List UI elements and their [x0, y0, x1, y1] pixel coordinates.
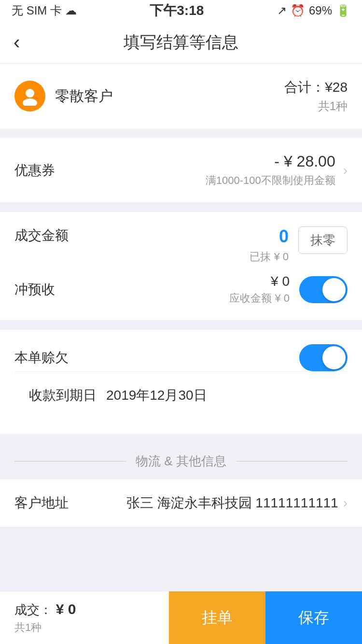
status-left: 无 SIM 卡 ☁: [12, 3, 77, 18]
customer-avatar: [14, 81, 45, 112]
customer-name: 零散客户: [55, 86, 113, 106]
round-zero-button[interactable]: 抹零: [298, 226, 348, 254]
bottom-deal-amount: ¥ 0: [56, 601, 76, 617]
location-icon: ↗: [277, 4, 287, 17]
toggle-knob: [322, 278, 346, 301]
total-amount: 合计：¥28: [284, 78, 348, 97]
debt-section: 本单赊欠 收款到期日 2019年12月30日: [0, 330, 362, 434]
bottom-info: 成交： ¥ 0 共1种: [0, 601, 169, 635]
save-button[interactable]: 保存: [265, 591, 362, 644]
deal-amount-right: 0 已抹 ¥ 0 抹零: [250, 226, 348, 264]
deal-amount-row: 成交金额 0 已抹 ¥ 0 抹零: [0, 212, 362, 274]
status-time: 下午3:18: [150, 1, 204, 20]
coupon-label: 优惠券: [14, 161, 55, 180]
address-row[interactable]: 客户地址 张三 海淀永丰科技园 11111111111 ›: [0, 479, 362, 527]
logistics-label: 物流 & 其他信息: [126, 453, 236, 470]
prepay-right: ¥ 0 应收金额 ¥ 0: [229, 274, 348, 306]
page-title: 填写结算等信息: [124, 31, 238, 54]
prepay-bot-amount: 应收金额 ¥ 0: [229, 291, 290, 306]
alarm-icon: ⏰: [291, 4, 305, 17]
back-button[interactable]: ‹: [14, 31, 20, 53]
hang-label: 挂单: [202, 607, 233, 629]
address-section: 客户地址 张三 海淀永丰科技园 11111111111 ›: [0, 479, 362, 527]
coupon-sub: 满1000-100不限制使用金额: [206, 173, 335, 188]
coupon-value-wrap: - ¥ 28.00 满1000-100不限制使用金额: [206, 153, 335, 188]
coupon-right: - ¥ 28.00 满1000-100不限制使用金额 ›: [206, 153, 348, 188]
debt-row: 本单赊欠: [14, 344, 348, 371]
deal-amount-wrap: 0 已抹 ¥ 0: [250, 226, 289, 264]
customer-left: 零散客户: [14, 81, 113, 112]
logistics-line-right: [236, 461, 348, 462]
hang-button[interactable]: 挂单: [169, 591, 265, 644]
debt-label: 本单赊欠: [14, 349, 69, 367]
debt-toggle[interactable]: [299, 344, 348, 371]
deal-amount-sub: 已抹 ¥ 0: [250, 250, 289, 264]
person-icon: [20, 86, 40, 106]
coupon-row[interactable]: 优惠券 - ¥ 28.00 满1000-100不限制使用金额 ›: [0, 138, 362, 202]
status-bar: 无 SIM 卡 ☁ 下午3:18 ↗ ⏰ 69% 🔋: [0, 0, 362, 21]
prepay-amounts: ¥ 0 应收金额 ¥ 0: [229, 274, 290, 306]
logistics-header: 物流 & 其他信息: [0, 443, 362, 479]
customer-section: 零散客户 合计：¥28 共1种: [0, 64, 362, 128]
address-label: 客户地址: [14, 494, 69, 512]
due-date-label: 收款到期日: [29, 386, 97, 405]
prepay-toggle[interactable]: [299, 276, 348, 303]
debt-toggle-knob: [322, 346, 346, 369]
sim-label: 无 SIM 卡 ☁: [12, 3, 77, 18]
coupon-value: - ¥ 28.00: [206, 153, 335, 170]
main-content: 零散客户 合计：¥28 共1种 优惠券 - ¥ 28.00 满1000-100不…: [0, 64, 362, 644]
battery-icon: 🔋: [336, 4, 350, 17]
nav-bar: ‹ 填写结算等信息: [0, 21, 362, 64]
bottom-deal-label: 成交：: [14, 602, 52, 617]
customer-row: 零散客户 合计：¥28 共1种: [0, 64, 362, 128]
chevron-right-icon: ›: [343, 163, 348, 178]
coupon-section: 优惠券 - ¥ 28.00 满1000-100不限制使用金额 ›: [0, 138, 362, 202]
status-right: ↗ ⏰ 69% 🔋: [277, 4, 350, 17]
deal-amount-value: 0: [250, 226, 289, 247]
due-date-row[interactable]: 收款到期日 2019年12月30日: [14, 371, 348, 419]
bottom-bar: 成交： ¥ 0 共1种 挂单 保存: [0, 591, 362, 644]
prepay-label: 冲预收: [14, 280, 55, 299]
save-label: 保存: [298, 607, 329, 629]
prepay-row: 冲预收 ¥ 0 应收金额 ¥ 0: [0, 274, 362, 320]
battery-label: 69%: [309, 4, 332, 17]
svg-point-0: [26, 89, 34, 98]
deal-amount-label: 成交金额: [14, 226, 69, 245]
total-count: 共1种: [284, 98, 348, 114]
bottom-count: 共1种: [14, 620, 154, 635]
address-value: 张三 海淀永丰科技园 11111111111: [78, 494, 338, 512]
amount-section: 成交金额 0 已抹 ¥ 0 抹零 冲预收 ¥ 0 应收金额 ¥ 0: [0, 212, 362, 320]
bottom-deal-line: 成交： ¥ 0: [14, 601, 154, 618]
logistics-line-left: [14, 461, 126, 462]
address-chevron-icon: ›: [343, 495, 348, 511]
due-date-value: 2019年12月30日: [106, 386, 207, 405]
customer-total: 合计：¥28 共1种: [284, 78, 348, 114]
svg-point-1: [23, 98, 37, 106]
prepay-top-amount: ¥ 0: [229, 274, 290, 289]
